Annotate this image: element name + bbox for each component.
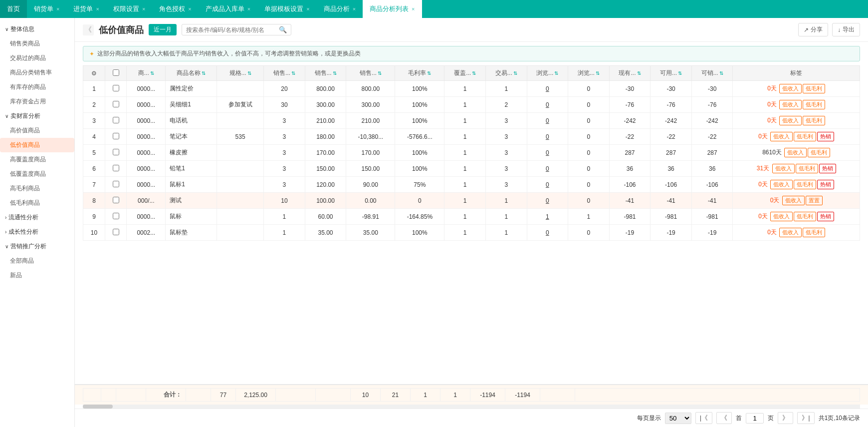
row-checkbox[interactable] — [105, 193, 126, 209]
page-number-input[interactable] — [746, 413, 764, 424]
close-icon[interactable]: × — [412, 6, 415, 12]
row-checkbox[interactable] — [105, 113, 126, 129]
sidebar-item-low-value[interactable]: 低价值商品 — [0, 138, 74, 152]
export-button[interactable]: ↓ 导出 — [832, 23, 860, 36]
row-checkbox[interactable] — [105, 97, 126, 113]
col-sale2[interactable]: 销售...⇅ — [346, 66, 395, 81]
first-page-button[interactable]: |《 — [695, 412, 712, 424]
sidebar-item-high-value[interactable]: 高价值商品 — [0, 123, 74, 138]
tag: 低收入 — [782, 196, 805, 205]
col-settings[interactable]: ⚙ — [83, 66, 105, 81]
nav-item-warehouse[interactable]: 产成品入库单 × — [199, 0, 257, 18]
sidebar-item-stocked-products[interactable]: 有库存的商品 — [0, 80, 74, 94]
col-code[interactable]: 商...⇅ — [127, 66, 166, 81]
next-page-button[interactable]: 》 — [778, 412, 793, 424]
col-sale1[interactable]: 销售...⇅ — [305, 66, 346, 81]
share-button[interactable]: ↗ 分享 — [798, 23, 828, 36]
sidebar-item-stock-capital[interactable]: 库存资金占用 — [0, 94, 74, 109]
search-input[interactable] — [186, 26, 279, 33]
sidebar-item-high-margin[interactable]: 高毛利商品 — [0, 181, 74, 196]
row-select-checkbox[interactable] — [113, 149, 119, 155]
row-select-checkbox[interactable] — [113, 133, 119, 139]
col-name[interactable]: 商品名称⇅ — [166, 66, 217, 81]
sidebar-item-high-coverage[interactable]: 高覆盖度商品 — [0, 152, 74, 167]
row-select-checkbox[interactable] — [113, 213, 119, 219]
sidebar-section-wealth[interactable]: ∨ 卖财富分析 — [0, 109, 74, 123]
nav-item-purchase[interactable]: 进货单 × — [66, 0, 106, 18]
time-filter-button[interactable]: 近一月 — [149, 24, 177, 35]
last-page-button[interactable]: 》| — [797, 412, 814, 424]
row-view1[interactable]: 0 — [527, 97, 568, 113]
sidebar-item-category-sales-rate[interactable]: 商品分类销售率 — [0, 65, 74, 80]
sidebar-item-low-coverage[interactable]: 低覆盖度商品 — [0, 167, 74, 181]
col-spec[interactable]: 规格...⇅ — [217, 66, 264, 81]
row-select-checkbox[interactable] — [113, 229, 119, 235]
row-view1[interactable]: 0 — [527, 225, 568, 241]
close-icon[interactable]: × — [56, 6, 59, 12]
row-checkbox[interactable] — [105, 177, 126, 193]
row-view1[interactable]: 0 — [527, 113, 568, 129]
row-select-checkbox[interactable] — [113, 165, 119, 171]
sidebar-section-marketing[interactable]: ∨ 营销推广分析 — [0, 239, 74, 254]
close-icon[interactable]: × — [306, 6, 309, 12]
row-select-checkbox[interactable] — [113, 85, 119, 91]
col-trade[interactable]: 交易...⇅ — [485, 66, 527, 81]
col-view2[interactable]: 浏览...⇅ — [568, 66, 610, 81]
horizontal-scrollbar[interactable] — [83, 405, 860, 409]
row-days: 0天 — [758, 181, 768, 188]
row-view1[interactable]: 0 — [527, 145, 568, 161]
col-margin[interactable]: 毛利率⇅ — [395, 66, 444, 81]
row-select-checkbox[interactable] — [113, 101, 119, 107]
prev-page-button[interactable]: 《 — [716, 412, 732, 424]
sidebar-section-growth[interactable]: › 成长性分析 — [0, 225, 74, 239]
col-view1[interactable]: 浏览...⇅ — [527, 66, 568, 81]
close-icon[interactable]: × — [142, 6, 145, 12]
row-checkbox[interactable] — [105, 161, 126, 177]
row-checkbox[interactable] — [105, 129, 126, 145]
search-icon[interactable]: 🔍 — [279, 26, 287, 33]
close-icon[interactable]: × — [247, 6, 250, 12]
export-icon: ↓ — [838, 26, 841, 33]
row-view1[interactable]: 1 — [527, 209, 568, 225]
col-checkbox[interactable] — [105, 66, 126, 81]
col-sellable[interactable]: 可销...⇅ — [691, 66, 733, 81]
per-page-select[interactable]: 50 100 200 — [665, 413, 691, 424]
sidebar-section-liquidity[interactable]: › 流通性分析 — [0, 210, 74, 225]
nav-item-permissions[interactable]: 权限设置 × — [106, 0, 152, 18]
row-checkbox[interactable] — [105, 81, 126, 97]
sidebar-item-new-products[interactable]: 新品 — [0, 268, 74, 283]
tag: 低收入 — [779, 84, 802, 93]
col-sale-qty[interactable]: 销售...⇅ — [264, 66, 305, 81]
row-select-checkbox[interactable] — [113, 117, 119, 123]
close-icon[interactable]: × — [188, 6, 191, 12]
sidebar-section-overall[interactable]: ∨ 整体信息 — [0, 22, 74, 36]
row-view1[interactable]: 0 — [527, 129, 568, 145]
sidebar-item-all-products[interactable]: 全部商品 — [0, 254, 74, 268]
nav-item-home[interactable]: 首页 — [0, 0, 27, 18]
row-select-checkbox[interactable] — [113, 197, 119, 203]
row-view1[interactable]: 0 — [527, 81, 568, 97]
row-avail: -19 — [651, 225, 692, 241]
col-cover[interactable]: 覆盖...⇅ — [444, 66, 486, 81]
row-view1[interactable]: 0 — [527, 161, 568, 177]
sidebar-item-low-margin[interactable]: 低毛利商品 — [0, 196, 74, 210]
sidebar-item-sales-products[interactable]: 销售类商品 — [0, 36, 74, 51]
row-view1[interactable]: 0 — [527, 177, 568, 193]
nav-item-sales[interactable]: 销货单 × — [27, 0, 66, 18]
collapse-sidebar-button[interactable]: 《 — [83, 24, 94, 35]
nav-item-analysis-list[interactable]: 商品分析列表 × — [363, 0, 422, 18]
row-checkbox[interactable] — [105, 225, 126, 241]
col-stock[interactable]: 现有...⇅ — [609, 66, 651, 81]
row-checkbox[interactable] — [105, 145, 126, 161]
row-select-checkbox[interactable] — [113, 181, 119, 187]
row-checkbox[interactable] — [105, 209, 126, 225]
sidebar-item-traded-products[interactable]: 交易过的商品 — [0, 51, 74, 65]
row-view1[interactable]: 0 — [527, 193, 568, 209]
close-icon[interactable]: × — [96, 6, 99, 12]
col-avail[interactable]: 可用...⇅ — [651, 66, 692, 81]
close-icon[interactable]: × — [353, 6, 356, 12]
nav-item-analysis[interactable]: 商品分析 × — [317, 0, 363, 18]
nav-item-template[interactable]: 单据模板设置 × — [257, 0, 316, 18]
select-all-checkbox[interactable] — [113, 69, 119, 76]
nav-item-roles[interactable]: 角色授权 × — [152, 0, 198, 18]
